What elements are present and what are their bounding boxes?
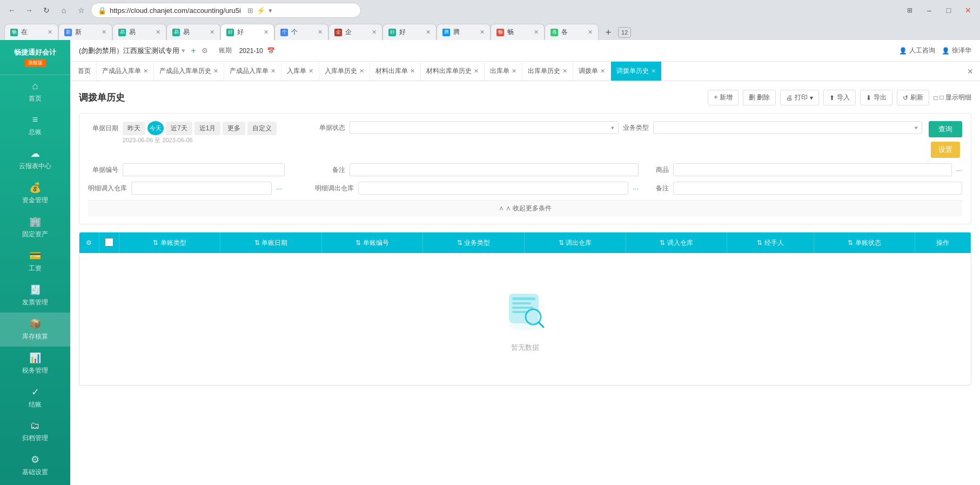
doc-no-input[interactable] <box>123 163 285 176</box>
date-btn-more[interactable]: 更多 <box>223 122 245 135</box>
close-button[interactable]: ✕ <box>961 3 976 18</box>
browser-tab-7[interactable]: 企 企 ✕ <box>328 24 382 40</box>
settings-btn[interactable]: ⚙ <box>202 46 208 55</box>
tab-close-issue-hist[interactable]: ✕ <box>562 68 567 75</box>
tab-close-9[interactable]: ✕ <box>480 29 485 36</box>
tab-close-transfer-hist[interactable]: ✕ <box>651 68 656 75</box>
import-button[interactable]: ⬆ 导入 <box>823 90 856 105</box>
sidebar-item-inventory[interactable]: 📦 库存核算 <box>0 313 70 347</box>
biz-type-select[interactable] <box>653 121 922 134</box>
th-handler[interactable]: ⇅ 经手人 <box>727 232 814 253</box>
collapse-filter-btn[interactable]: ∧ ∧ 收起更多条件 <box>88 200 962 216</box>
browser-tab-4[interactable]: 易 易 ✕ <box>166 24 220 40</box>
tab-counter[interactable]: 12 <box>618 27 631 38</box>
out-warehouse-more-icon[interactable]: ··· <box>633 184 639 192</box>
th-doc-type[interactable]: ⇅ 单账类型 <box>119 232 220 253</box>
back-button[interactable]: ← <box>4 3 19 18</box>
goods-input[interactable] <box>673 163 952 176</box>
date-btn-1month[interactable]: 近1月 <box>194 122 221 135</box>
tab-close-receipt[interactable]: ✕ <box>308 68 313 75</box>
close-all-btn[interactable]: ✕ <box>963 67 978 76</box>
browser-tab-5[interactable]: 好 好 ✕ <box>220 24 274 40</box>
show-cols-toggle[interactable]: □ □ 显示明细 <box>934 93 971 102</box>
tab-close-3[interactable]: ✕ <box>156 29 160 36</box>
tab-close-1[interactable]: ✕ <box>48 29 52 36</box>
note2-input[interactable] <box>673 182 962 195</box>
in-warehouse-more-icon[interactable]: ··· <box>276 184 282 192</box>
tab-close-10[interactable]: ✕ <box>534 29 539 36</box>
close-all-icon[interactable]: ✕ <box>963 67 978 76</box>
date-btn-custom[interactable]: 自定义 <box>247 122 277 135</box>
th-biz-type[interactable]: ⇅ 业务类型 <box>423 232 525 253</box>
maximize-button[interactable]: □ <box>941 3 956 18</box>
tab-close-finished-stock2[interactable]: ✕ <box>271 68 276 75</box>
sidebar-item-funds[interactable]: 💰 资金管理 <box>0 176 70 210</box>
new-tab-button[interactable]: + <box>601 25 616 40</box>
company-selector[interactable]: (勿删勿禁用）江西服宝测试专用 ▾ <box>79 46 185 56</box>
sidebar-item-ledger[interactable]: ≡ 总账 <box>0 109 70 142</box>
tab-material-out-hist[interactable]: 材料出库单历史 ✕ <box>421 62 485 81</box>
filter-setting-button[interactable]: 设置 <box>931 142 960 158</box>
select-all-checkbox[interactable] <box>105 238 113 247</box>
tab-issue[interactable]: 出库单 ✕ <box>485 62 522 81</box>
tab-material-out[interactable]: 材料出库单 ✕ <box>370 62 421 81</box>
sidebar-item-home[interactable]: ⌂ 首页 <box>0 75 70 109</box>
tab-receipt[interactable]: 入库单 ✕ <box>281 62 319 81</box>
th-settings[interactable]: ⚙ <box>79 232 99 253</box>
tab-close-material-out[interactable]: ✕ <box>410 68 415 75</box>
browser-tab-3[interactable]: 易 易 ✕ <box>112 24 166 40</box>
query-button[interactable]: 查询 <box>929 121 962 137</box>
tab-close-material-out-hist[interactable]: ✕ <box>474 68 479 75</box>
browser-tab-1[interactable]: 畅 在 ✕ <box>4 24 58 40</box>
tab-close-5[interactable]: ✕ <box>264 29 269 36</box>
tab-close-7[interactable]: ✕ <box>372 29 377 36</box>
sidebar-item-tax[interactable]: 📊 税务管理 <box>0 347 70 381</box>
tab-close-8[interactable]: ✕ <box>426 29 431 36</box>
th-doc-date[interactable]: ⇅ 单账日期 <box>220 232 322 253</box>
status-select[interactable] <box>350 121 619 134</box>
tab-home[interactable]: 首页 <box>72 62 97 81</box>
tab-close-2[interactable]: ✕ <box>102 29 106 36</box>
tab-transfer[interactable]: 调拨单 ✕ <box>573 62 611 81</box>
tab-finished-stock2[interactable]: 产成品入库单 ✕ <box>224 62 281 81</box>
date-btn-today[interactable]: 今天 <box>147 121 164 135</box>
tab-transfer-hist[interactable]: 调拨单历史 ✕ <box>611 62 662 81</box>
goods-more-icon[interactable]: ··· <box>956 166 962 174</box>
extensions-button[interactable]: ⊞ <box>902 3 917 18</box>
date-btn-yesterday[interactable]: 昨天 <box>123 122 145 135</box>
print-button[interactable]: 🖨 打印 ▾ <box>780 90 819 105</box>
tab-close-4[interactable]: ✕ <box>210 29 214 36</box>
th-doc-no[interactable]: ⇅ 单账编号 <box>321 232 423 253</box>
address-bar[interactable]: 🔒 https://cloud.chanjet.com/accounting/u… <box>91 3 361 18</box>
add-company-btn[interactable]: + <box>191 46 196 56</box>
tab-close-transfer[interactable]: ✕ <box>600 68 605 75</box>
browser-tab-9[interactable]: 腾 腾 ✕ <box>437 24 491 40</box>
bookmark-button[interactable]: ☆ <box>73 3 89 18</box>
tab-close-finished-stock-hist[interactable]: ✕ <box>213 68 218 75</box>
sidebar-item-reports[interactable]: ☁ 云报表中心 <box>0 142 70 176</box>
tab-close-finished-stock[interactable]: ✕ <box>143 68 148 75</box>
th-checkbox[interactable] <box>99 232 119 253</box>
tab-receipt-hist[interactable]: 入库单历史 ✕ <box>319 62 370 81</box>
browser-tab-10[interactable]: 畅 畅 ✕ <box>491 24 545 40</box>
in-warehouse-input[interactable] <box>131 182 272 195</box>
home-button[interactable]: ⌂ <box>56 3 71 18</box>
table-settings-icon[interactable]: ⚙ <box>86 239 92 247</box>
note-input[interactable] <box>350 163 639 176</box>
refresh-button[interactable]: ↺ 刷新 <box>897 90 929 105</box>
minimize-button[interactable]: – <box>922 3 937 18</box>
sidebar-item-invoices[interactable]: 🧾 发票管理 <box>0 278 70 313</box>
th-in-warehouse[interactable]: ⇅ 调入仓库 <box>626 232 727 253</box>
date-btn-7days[interactable]: 近7天 <box>166 122 192 135</box>
export-button[interactable]: ⬇ 导出 <box>860 90 892 105</box>
tab-issue-hist[interactable]: 出库单历史 ✕ <box>522 62 573 81</box>
out-warehouse-input[interactable] <box>358 182 628 195</box>
sidebar-item-guide[interactable]: 🎯 新手引导 <box>0 482 70 485</box>
th-out-warehouse[interactable]: ⇅ 调出仓库 <box>525 232 626 253</box>
tab-finished-stock-hist[interactable]: 产成品入库单历史 ✕ <box>154 62 224 81</box>
tab-finished-stock[interactable]: 产成品入库单 ✕ <box>97 62 154 81</box>
tab-close-11[interactable]: ✕ <box>588 29 593 36</box>
sidebar-item-archive[interactable]: 🗂 归档管理 <box>0 415 70 448</box>
tab-close-receipt-hist[interactable]: ✕ <box>359 68 364 75</box>
browser-tab-2[interactable]: 新 新 ✕ <box>58 24 112 40</box>
